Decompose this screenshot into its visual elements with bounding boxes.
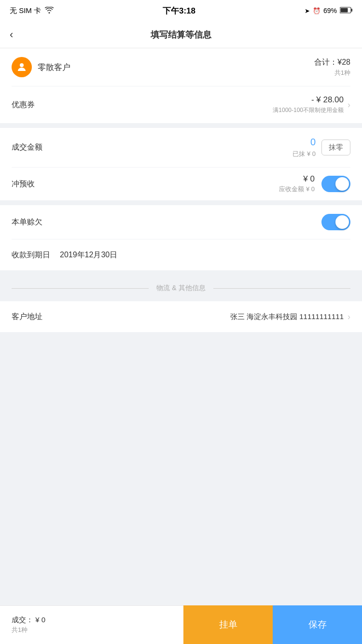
save-button[interactable]: 保存 [273,605,362,644]
content: 零散客户 合计：¥28 共1种 优惠券 - ¥ 28.00 满1000-100不… [0,48,362,376]
logistics-label: 物流 & 其他信息 [156,284,205,293]
transaction-label: 成交金额 [12,142,42,153]
address-label: 客户地址 [12,312,42,322]
debt-label: 本单赊欠 [12,217,42,227]
coupon-desc: 满1000-100不限制使用金额 [273,106,344,114]
avatar [12,57,32,77]
customer-name: 零散客户 [38,62,70,73]
page-title: 填写结算等信息 [151,29,211,41]
wifi-icon [45,7,54,15]
bottom-summary: 成交： ¥ 0 共1种 [0,605,183,644]
coupon-label: 优惠券 [12,100,35,110]
customer-card: 零散客户 合计：¥28 共1种 优惠券 - ¥ 28.00 满1000-100不… [0,48,362,123]
chevron-right-icon: › [348,100,350,110]
bottom-spacer [0,337,362,376]
line-right [213,288,350,289]
debt-toggle[interactable] [321,214,350,230]
customer-left: 零散客户 [12,57,70,77]
duedate-label: 收款到期日 [12,250,50,260]
coupon-amount: - ¥ 28.00 [273,95,344,105]
coupon-row[interactable]: 优惠券 - ¥ 28.00 满1000-100不限制使用金额 › [0,86,362,123]
transaction-card: 成交金额 0 已抹 ¥ 0 抹零 冲预收 ¥ 0 应收金额 ¥ 0 [0,128,362,200]
transaction-right: 0 已抹 ¥ 0 抹零 [292,137,350,158]
transaction-sub: 已抹 ¥ 0 [292,150,316,158]
bottom-trans-amount: ¥ 0 [35,616,45,624]
total-count: 共1种 [314,69,350,77]
battery-icon [340,7,352,15]
status-bar: 无 SIM 卡 下午3:18 ➤ ⏰ 69% [0,0,362,21]
transaction-value[interactable]: 0 [310,137,316,148]
precollect-sub: 应收金额 ¥ 0 [279,185,315,194]
battery-text: 69% [323,7,337,14]
alarm-icon: ⏰ [313,7,320,14]
debt-row: 本单赊欠 [0,205,362,239]
transaction-row: 成交金额 0 已抹 ¥ 0 抹零 [0,128,362,167]
bottom-count: 共1种 [12,626,172,634]
address-value: 张三 海淀永丰科技园 11111111111 [52,312,344,322]
total-amount: 合计：¥28 [314,57,350,68]
address-chevron-icon: › [348,312,350,322]
duedate-value: 2019年12月30日 [60,250,117,260]
transaction-col: 0 已抹 ¥ 0 [292,137,316,158]
debt-card: 本单赊欠 收款到期日 2019年12月30日 [0,205,362,270]
precollect-label: 冲预收 [12,179,35,189]
status-time: 下午3:18 [163,5,195,16]
pending-button[interactable]: 挂单 [183,605,273,644]
coupon-info: - ¥ 28.00 满1000-100不限制使用金额 [273,95,344,114]
svg-rect-2 [340,8,348,12]
customer-summary: 合计：¥28 共1种 [314,57,350,77]
line-left [12,288,149,289]
customer-row: 零散客户 合计：¥28 共1种 [0,48,362,86]
toggle-knob [335,177,349,191]
back-button[interactable]: ‹ [10,28,13,41]
svg-point-3 [20,63,24,67]
bottom-trans-label: 成交： [12,616,33,624]
precollect-amounts: ¥ 0 应收金额 ¥ 0 [279,174,315,194]
coupon-right: - ¥ 28.00 满1000-100不限制使用金额 › [273,95,350,114]
duedate-row[interactable]: 收款到期日 2019年12月30日 [0,239,362,270]
svg-rect-1 [351,9,352,12]
address-card: 客户地址 张三 海淀永丰科技园 11111111111 › [0,301,362,332]
logistics-section-header: 物流 & 其他信息 [0,275,362,301]
precollect-row: 冲预收 ¥ 0 应收金额 ¥ 0 [0,168,362,200]
no-sim-text: 无 SIM 卡 [10,6,41,15]
bottom-bar: 成交： ¥ 0 共1种 挂单 保存 [0,605,362,644]
precollect-toggle[interactable] [321,176,350,192]
precollect-right: ¥ 0 应收金额 ¥ 0 [279,174,350,194]
bottom-transaction: 成交： ¥ 0 [12,616,172,625]
status-right: ➤ ⏰ 69% [305,7,352,15]
location-icon: ➤ [305,7,310,14]
nav-bar: ‹ 填写结算等信息 [0,21,362,48]
address-row[interactable]: 客户地址 张三 海淀永丰科技园 11111111111 › [0,301,362,332]
precollect-main: ¥ 0 [279,174,315,184]
status-left: 无 SIM 卡 [10,6,54,15]
debt-toggle-knob [335,215,349,229]
round-zero-button[interactable]: 抹零 [321,140,350,155]
